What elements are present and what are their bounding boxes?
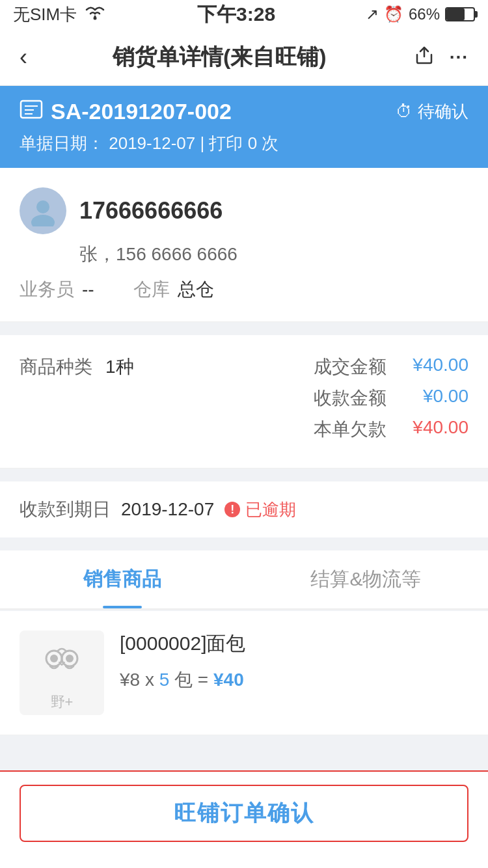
amount-row: 成交金额 ¥40.00	[314, 355, 468, 379]
warning-icon: !	[224, 502, 240, 517]
svg-point-6	[31, 215, 55, 226]
product-thumb-content: 野+	[36, 634, 88, 712]
order-date: 2019-12-07	[109, 133, 195, 153]
owed-label: 本单欠款	[314, 417, 386, 442]
owed-row: 本单欠款 ¥40.00	[314, 417, 468, 442]
nav-actions: ···	[412, 42, 468, 72]
tabs: 销售商品 结算&物流等	[0, 550, 488, 610]
status-text: 待确认	[418, 100, 468, 123]
wifi-icon	[83, 3, 107, 26]
order-id: SA-20191207-002	[20, 99, 232, 124]
customer-meta: 业务员 -- 仓库 总仓	[20, 277, 468, 302]
staff-value: --	[82, 279, 94, 300]
order-date-line: 单据日期： 2019-12-07 | 打印 0 次	[20, 132, 468, 155]
alarm-icon: ⏰	[384, 5, 403, 23]
product-info: [0000002]面包 ¥8 x 5 包 = ¥40	[120, 631, 468, 715]
due-section: 收款到期日 2019-12-07 ! 已逾期	[0, 481, 488, 537]
product-name: [0000002]面包	[120, 631, 468, 657]
price-per-unit: ¥8	[120, 670, 140, 690]
product-price: ¥8 x 5 包 = ¥40	[120, 668, 468, 692]
status-time: 下午3:28	[197, 1, 275, 28]
battery-percent: 66%	[409, 5, 440, 23]
product-list: 野+ [0000002]面包 ¥8 x 5 包 = ¥40	[0, 611, 488, 735]
nav-bar: ‹ 销货单详情(来自旺铺) ···	[0, 29, 488, 86]
back-button[interactable]: ‹	[20, 44, 27, 71]
staff-meta: 业务员 --	[20, 277, 94, 302]
location-icon: ↗	[366, 5, 379, 23]
financial-stats: 成交金额 ¥40.00 收款金额 ¥0.00 本单欠款 ¥40.00	[314, 355, 468, 448]
status-left: 无SIM卡	[13, 3, 107, 26]
svg-point-0	[94, 16, 97, 20]
battery-icon	[445, 7, 475, 21]
type-label: 商品种类	[20, 355, 92, 379]
separator: |	[200, 133, 209, 153]
order-header: SA-20191207-002 ⏱ 待确认 单据日期： 2019-12-07 |…	[0, 86, 488, 168]
status-clock-icon: ⏱	[396, 102, 413, 122]
warehouse-label: 仓库	[133, 277, 170, 302]
type-value: 1种	[105, 355, 134, 379]
customer-card: 17666666666 张，156 6666 6666 业务员 -- 仓库 总仓	[0, 168, 488, 322]
status-bar: 无SIM卡 下午3:28 ↗ ⏰ 66%	[0, 0, 488, 29]
stats-section: 商品种类 1种 成交金额 ¥40.00 收款金额 ¥0.00 本单欠款 ¥40.…	[0, 335, 488, 468]
product-type-info: 商品种类 1种	[20, 355, 134, 379]
avatar	[20, 187, 66, 234]
confirm-order-button[interactable]: 旺铺订单确认	[20, 785, 468, 842]
order-status: ⏱ 待确认	[396, 100, 468, 123]
warehouse-meta: 仓库 总仓	[133, 277, 214, 302]
owed-value: ¥40.00	[413, 417, 468, 442]
page-title: 销货单详情(来自旺铺)	[113, 42, 327, 72]
customer-name: 张，156 6666 6666	[20, 242, 468, 267]
received-row: 收款金额 ¥0.00	[314, 386, 468, 411]
print-info: 打印 0 次	[209, 133, 278, 153]
amount-value: ¥40.00	[413, 355, 468, 379]
carrier-label: 无SIM卡	[13, 3, 77, 26]
quantity: 5	[159, 670, 170, 690]
tab-sales-products[interactable]: 销售商品	[0, 550, 244, 608]
equals-sign: =	[198, 670, 213, 690]
order-id-text: SA-20191207-002	[51, 99, 232, 124]
status-right: ↗ ⏰ 66%	[366, 5, 475, 23]
due-date: 2019-12-07	[121, 499, 214, 520]
received-label: 收款金额	[314, 386, 386, 411]
thumb-label: 野+	[36, 692, 88, 712]
product-thumbnail: 野+	[20, 631, 104, 715]
table-row: 野+ [0000002]面包 ¥8 x 5 包 = ¥40	[0, 611, 488, 735]
bottom-action-bar: 旺铺订单确认	[0, 770, 488, 868]
due-label: 收款到期日	[20, 497, 111, 522]
owl-icon	[36, 634, 88, 690]
more-button[interactable]: ···	[450, 47, 468, 68]
share-button[interactable]	[412, 42, 437, 72]
amount-label: 成交金额	[314, 355, 386, 379]
order-icon	[20, 100, 43, 124]
overdue-badge: ! 已逾期	[224, 498, 296, 521]
unit: 包	[174, 670, 193, 690]
overdue-text: 已逾期	[245, 498, 296, 521]
warehouse-value: 总仓	[178, 277, 214, 302]
received-value: ¥0.00	[423, 386, 468, 411]
svg-point-10	[66, 655, 74, 662]
tab-settlement-logistics[interactable]: 结算&物流等	[244, 550, 488, 608]
total-price: ¥40	[213, 670, 244, 690]
svg-point-5	[36, 200, 49, 213]
date-label: 单据日期：	[20, 133, 104, 153]
multiply-sign: x	[145, 670, 159, 690]
staff-label: 业务员	[20, 277, 74, 302]
customer-phone: 17666666666	[79, 197, 223, 224]
svg-point-9	[50, 655, 58, 662]
